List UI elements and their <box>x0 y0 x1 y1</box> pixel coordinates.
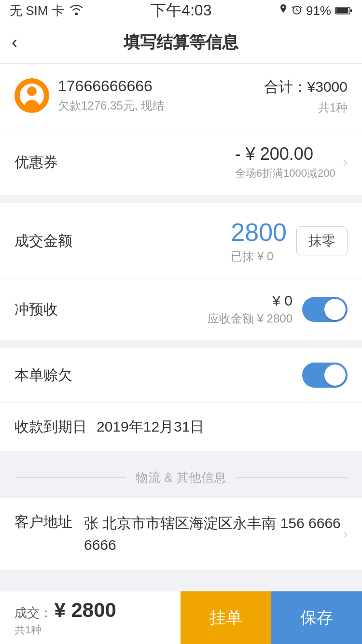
due-date-row: 收款到期日 2019年12月31日 <box>0 403 362 452</box>
avatar <box>14 78 49 113</box>
battery-icon <box>335 3 352 18</box>
hold-button[interactable]: 挂单 <box>181 591 271 644</box>
back-button[interactable]: ‹ <box>12 32 17 53</box>
page-title: 填写结算等信息 <box>124 31 238 54</box>
bottom-bar: 成交： ¥ 2800 共1种 挂单 保存 <box>0 591 362 644</box>
status-bar: 无 SIM 卡 下午4:03 91% <box>0 0 362 21</box>
prepay-label: 冲预收 <box>14 300 58 320</box>
customer-sub-info: 欠款1276.35元, 现结 <box>58 98 164 113</box>
customer-info: 17666666666 欠款1276.35元, 现结 <box>58 77 164 113</box>
deal-amount-right: 2800 已抹 ¥ 0 抹零 <box>231 218 348 264</box>
deal-amount-value: 2800 <box>231 218 287 247</box>
address-row[interactable]: 客户地址 张 北京市市辖区海淀区永丰南 156 6666 6666 › <box>0 498 362 571</box>
customer-phone: 17666666666 <box>58 77 164 95</box>
logistics-divider: 物流 & 其他信息 <box>0 460 362 496</box>
bottom-deal-label: 成交： <box>14 605 52 620</box>
discount-sub: 全场6折满1000减200 <box>235 166 335 181</box>
alarm-icon <box>292 3 302 18</box>
divider-line-left <box>14 477 126 478</box>
due-date-label: 收款到期日 <box>14 417 87 437</box>
round-button[interactable]: 抹零 <box>296 226 348 255</box>
section-gap-3 <box>0 452 362 460</box>
bottom-deal-amount: ¥ 2800 <box>54 599 116 621</box>
discount-value: - ¥ 200.00 <box>235 144 335 164</box>
prepay-right: ¥ 0 应收金额 ¥ 2800 <box>208 293 348 326</box>
debt-label: 本单赊欠 <box>14 365 72 385</box>
discount-label: 优惠券 <box>14 153 58 172</box>
content-area: 17666666666 欠款1276.35元, 现结 合计：¥3000 共1种 … <box>0 64 362 629</box>
svg-rect-3 <box>350 9 352 12</box>
prepay-amount: ¥ 0 <box>208 293 292 309</box>
bottom-summary: 成交： ¥ 2800 共1种 <box>0 599 181 637</box>
customer-card: 17666666666 欠款1276.35元, 现结 合计：¥3000 共1种 <box>0 64 362 129</box>
location-icon <box>279 3 288 18</box>
total-count: 共1种 <box>264 100 348 115</box>
address-chevron-icon: › <box>343 526 348 542</box>
status-right: 91% <box>279 3 352 18</box>
discount-chevron-icon: › <box>343 154 348 170</box>
prepay-toggle[interactable] <box>302 297 348 322</box>
deal-already-text: 已抹 ¥ 0 <box>231 249 287 264</box>
logistics-divider-text: 物流 & 其他信息 <box>136 469 226 486</box>
avatar-image <box>20 84 44 108</box>
bottom-deal-row: 成交： ¥ 2800 <box>14 599 166 622</box>
carrier-text: 无 SIM 卡 <box>10 2 64 19</box>
customer-total: 合计：¥3000 共1种 <box>264 77 348 115</box>
total-amount: 合计：¥3000 <box>264 77 348 97</box>
status-left: 无 SIM 卡 <box>10 2 84 19</box>
due-date-value: 2019年12月31日 <box>97 417 204 437</box>
status-time: 下午4:03 <box>151 0 211 21</box>
debt-row: 本单赊欠 <box>0 348 362 403</box>
discount-row[interactable]: 优惠券 - ¥ 200.00 全场6折满1000减200 › <box>0 129 362 196</box>
save-button[interactable]: 保存 <box>271 591 362 644</box>
section-gap-2 <box>0 340 362 348</box>
svg-rect-2 <box>336 8 348 13</box>
address-value: 张 北京市市辖区海淀区永丰南 156 6666 6666 <box>84 512 343 556</box>
bottom-btn-group: 挂单 保存 <box>181 591 362 644</box>
prepay-amount-block: ¥ 0 应收金额 ¥ 2800 <box>208 293 292 326</box>
deal-amount-row: 成交金额 2800 已抹 ¥ 0 抹零 <box>0 203 362 279</box>
deal-amount-label: 成交金额 <box>14 231 72 251</box>
discount-right: - ¥ 200.00 全场6折满1000减200 › <box>235 144 348 181</box>
bottom-deal-count: 共1种 <box>14 623 166 637</box>
nav-bar: ‹ 填写结算等信息 <box>0 21 362 64</box>
prepay-sub: 应收金额 ¥ 2800 <box>208 311 292 326</box>
battery-text: 91% <box>306 3 331 18</box>
section-gap-1 <box>0 196 362 203</box>
address-label: 客户地址 <box>14 512 72 532</box>
wifi-icon <box>69 3 84 18</box>
customer-left: 17666666666 欠款1276.35元, 现结 <box>14 77 164 113</box>
prepay-row: 冲预收 ¥ 0 应收金额 ¥ 2800 <box>0 279 362 340</box>
debt-toggle[interactable] <box>302 363 348 388</box>
divider-line-right <box>236 477 348 478</box>
